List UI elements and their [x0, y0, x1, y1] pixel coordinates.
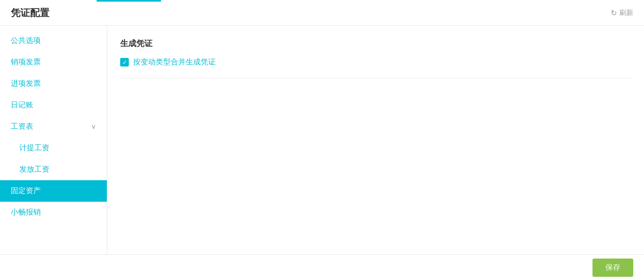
- sidebar-item-expense-report[interactable]: 小畅报销: [0, 202, 107, 223]
- chevron-down-icon: ∨: [91, 123, 96, 130]
- page-title: 凭证配置: [11, 6, 49, 19]
- page-footer: 保存: [0, 254, 644, 280]
- sidebar-item-label: 计提工资: [19, 143, 49, 153]
- section-title: 生成凭证: [120, 39, 631, 49]
- sidebar-item-label: 销项发票: [11, 57, 41, 67]
- sidebar-item-label: 工资表: [11, 122, 33, 131]
- refresh-button[interactable]: ↻ 刷新: [611, 8, 633, 18]
- sidebar-item-label: 小畅报销: [11, 208, 41, 217]
- sidebar-item-label: 日记账: [11, 100, 33, 110]
- sidebar-item-calc-salary[interactable]: 计提工资: [0, 137, 107, 159]
- merge-checkbox[interactable]: [120, 58, 129, 67]
- main-layout: 公共选项 销项发票 进项发票 日记账 工资表 ∨ 计提工资 发放工资 固定资产 …: [0, 26, 644, 254]
- section-divider: [120, 78, 631, 78]
- sidebar-item-label: 固定资产: [11, 186, 41, 196]
- sidebar-item-purchase-invoice[interactable]: 进项发票: [0, 73, 107, 94]
- sidebar-item-payroll-table[interactable]: 工资表 ∨: [0, 116, 107, 137]
- sidebar-item-label: 公共选项: [11, 36, 41, 46]
- sidebar: 公共选项 销项发票 进项发票 日记账 工资表 ∨ 计提工资 发放工资 固定资产 …: [0, 26, 107, 254]
- sidebar-item-public-options[interactable]: 公共选项: [0, 30, 107, 51]
- sidebar-item-label: 发放工资: [19, 165, 49, 174]
- page-header: 凭证配置 ↻ 刷新: [0, 0, 644, 26]
- refresh-label: 刷新: [619, 8, 633, 18]
- save-button[interactable]: 保存: [592, 259, 633, 277]
- content-area: 生成凭证 按变动类型合并生成凭证: [107, 26, 644, 254]
- refresh-icon: ↻: [611, 9, 617, 17]
- sidebar-item-pay-salary[interactable]: 发放工资: [0, 159, 107, 180]
- sidebar-item-journal[interactable]: 日记账: [0, 94, 107, 116]
- top-indicator: [97, 0, 161, 2]
- sidebar-item-sales-invoice[interactable]: 销项发票: [0, 51, 107, 73]
- checkbox-row: 按变动类型合并生成凭证: [120, 57, 631, 67]
- merge-checkbox-label[interactable]: 按变动类型合并生成凭证: [133, 57, 216, 67]
- sidebar-item-label: 进项发票: [11, 79, 41, 89]
- sidebar-item-fixed-assets[interactable]: 固定资产: [0, 180, 107, 202]
